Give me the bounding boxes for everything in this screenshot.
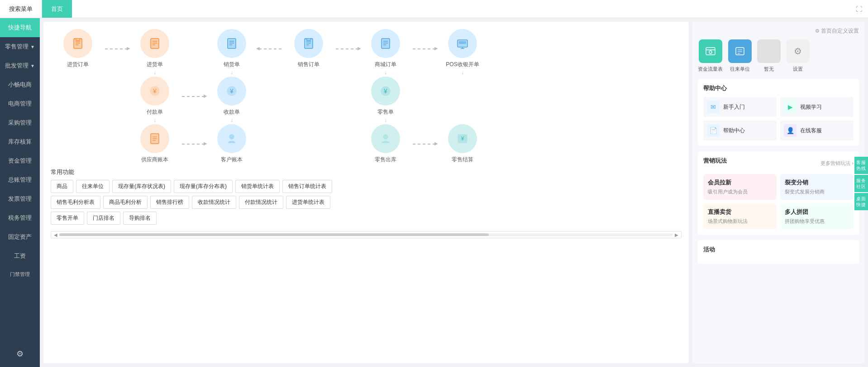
horizontal-scrollbar[interactable]: ◀ ▶ [51, 231, 682, 238]
scroll-track[interactable] [59, 233, 673, 236]
float-btn-hotline[interactable]: 客服热线 [854, 157, 868, 174]
help-doc-icon: 📄 [707, 124, 720, 137]
beginner-icon: ✉ [707, 101, 720, 113]
home-tab[interactable]: 首页 [42, 0, 72, 18]
flow-node-purchase-order[interactable]: 进货订单 [51, 29, 105, 68]
pos-icon [448, 29, 477, 58]
func-btn-receipt-stats[interactable]: 收款情况统计 [192, 196, 236, 209]
scroll-thumb[interactable] [59, 233, 489, 236]
func-btn-contacts[interactable]: 往来单位 [76, 180, 110, 193]
func-btn-guide-rank[interactable]: 导购排名 [123, 212, 157, 225]
down-arrow: ↓ [435, 69, 490, 76]
sidebar-item-label: 电商管理 [8, 100, 32, 108]
flow-node-mall-order[interactable]: 商城订单 [358, 29, 413, 68]
func-btn-retail-order[interactable]: 零售开单 [51, 212, 84, 225]
home-customize-link[interactable]: ⚙ 首页自定义设置 [698, 27, 859, 35]
func-btn-inventory-status[interactable]: 现存量(库存状况表) [112, 180, 171, 193]
sidebar-item-retail[interactable]: 零售管理 ▼ [0, 37, 40, 56]
help-item-video[interactable]: ▶ 视频学习 [780, 97, 854, 117]
float-btn-desktop[interactable]: 桌面快捷 [854, 193, 868, 210]
flow-node-sales[interactable]: 销货单 [205, 29, 259, 68]
arrow-connector: ▶ [413, 48, 435, 49]
sidebar-item-label: 资金管理 [8, 157, 32, 165]
func-btn-product-profit[interactable]: 商品毛利分析 [103, 196, 148, 209]
func-btn-sales-stats[interactable]: 销货单统计表 [235, 180, 280, 193]
sidebar-item-finance[interactable]: 资金管理 [0, 151, 40, 170]
spacer [336, 69, 358, 76]
settings-gear-icon[interactable]: ⚙ [0, 345, 40, 362]
sidebar-item-label: 固定资产 [8, 233, 32, 241]
svg-rect-5 [151, 39, 159, 48]
help-item-help-center[interactable]: 📄 帮助中心 [703, 121, 777, 140]
func-btn-product[interactable]: 商品 [51, 180, 73, 193]
customer-ledger-icon [217, 124, 246, 153]
spacer [105, 117, 128, 123]
vertical-arrows-row-2: ↓ ↓ ↓ [51, 117, 682, 123]
spacer [51, 69, 105, 76]
func-btn-payment-stats[interactable]: 付款情况统计 [239, 196, 283, 209]
func-btn-inventory-dist[interactable]: 现存量(库存分布表) [174, 180, 233, 193]
sidebar-item-assets[interactable]: 固定资产 [0, 227, 40, 246]
arrow-connector: ▶ [336, 48, 358, 49]
quick-icon-cashflow[interactable]: 资金流量表 [698, 39, 723, 72]
spacer [105, 69, 128, 76]
marketing-item-title: 直播卖货 [708, 208, 772, 216]
flow-node-purchase[interactable]: 进货单 [128, 29, 182, 68]
search-menu-button[interactable]: 搜索菜单 [0, 0, 42, 18]
flow-row-1: 进货订单 ▶ 进货单 [51, 29, 682, 68]
svg-text:¥: ¥ [229, 87, 234, 95]
sidebar-item-ecommerce-small[interactable]: 小畅电商 [0, 75, 40, 94]
func-btn-sales-rank[interactable]: 销售排行榜 [150, 196, 189, 209]
marketing-more-link[interactable]: 更多营销玩法 › [820, 160, 854, 167]
online-service-icon: 👤 [784, 124, 796, 137]
marketing-item-fission[interactable]: 裂变分销 裂变式发展分销商 [780, 174, 854, 200]
flow-node-retail-settlement[interactable]: ¥ 零售结算 [435, 124, 490, 164]
flow-node-retail-outbound[interactable]: 零售出库 [358, 124, 413, 164]
quick-icon-settings[interactable]: ⚙ 设置 [786, 39, 810, 72]
marketing-item-livestream[interactable]: 直播卖货 场景式购物新玩法 [703, 203, 777, 229]
marketing-item-desc: 吸引用户成为会员 [708, 188, 772, 195]
float-buttons: 客服热线 服务社区 桌面快捷 [854, 157, 868, 210]
sidebar-item-invoice[interactable]: 发票管理 [0, 189, 40, 208]
sidebar-item-quicknav[interactable]: 快捷导航 [0, 18, 40, 37]
sidebar-item-access[interactable]: 门禁管理 [0, 266, 40, 283]
sidebar-item-label: 快捷导航 [8, 24, 32, 32]
sidebar-item-tax[interactable]: 税务管理 [0, 208, 40, 227]
node-label: POS收银开单 [446, 61, 479, 68]
sidebar-item-ledger[interactable]: 总账管理 [0, 170, 40, 189]
sidebar: 快捷导航 零售管理 ▼ 批发管理 ▼ 小畅电商 电商管理 采购管理 库存核算 资… [0, 18, 40, 367]
quick-icon-empty[interactable]: 暂无 [757, 39, 781, 72]
func-btn-purchase-stats[interactable]: 进货单统计表 [286, 196, 330, 209]
flow-node-supplier-ledger[interactable]: 供应商账本 [128, 124, 182, 164]
flow-node-retail-order[interactable]: ¥ 零售单 [358, 77, 413, 116]
right-panel: ⚙ 首页自定义设置 资金流量表 往来单位 [692, 22, 864, 363]
node-label: 零售出库 [375, 156, 396, 164]
scroll-left-arrow[interactable]: ◀ [52, 232, 59, 237]
sidebar-bottom: ⚙ [0, 341, 40, 367]
func-btn-sales-profit[interactable]: 销售毛利分析表 [51, 196, 100, 209]
scroll-right-arrow[interactable]: ▶ [673, 232, 680, 237]
func-btn-store-rank[interactable]: 门店排名 [87, 212, 120, 225]
func-btn-sales-order-stats[interactable]: 销售订单统计表 [282, 180, 332, 193]
node-label: 销售订单 [298, 61, 320, 68]
help-item-online-service[interactable]: 👤 在线客服 [780, 121, 854, 140]
sidebar-item-inventory[interactable]: 库存核算 [0, 132, 40, 151]
svg-point-46 [709, 51, 712, 53]
func-buttons-row3: 零售开单 门店排名 导购排名 [51, 212, 682, 225]
sidebar-item-label: 工资 [14, 252, 26, 260]
sidebar-item-purchase[interactable]: 采购管理 [0, 113, 40, 132]
sidebar-item-salary[interactable]: 工资 [0, 246, 40, 266]
quick-icon-contacts[interactable]: 往来单位 [728, 39, 752, 72]
sidebar-item-wholesale[interactable]: 批发管理 ▼ [0, 56, 40, 75]
fullscreen-icon[interactable]: ⛶ [854, 5, 863, 14]
marketing-item-group[interactable]: 多人拼团 拼团购物享受优惠 [780, 203, 854, 229]
flow-node-customer-ledger[interactable]: 客户账本 [205, 124, 259, 164]
marketing-item-member[interactable]: 会员拉新 吸引用户成为会员 [703, 174, 777, 200]
float-btn-community[interactable]: 服务社区 [854, 175, 868, 192]
sidebar-item-ecommerce-mgmt[interactable]: 电商管理 [0, 94, 40, 113]
help-item-beginner[interactable]: ✉ 新手入门 [703, 97, 777, 117]
flow-node-payment[interactable]: ¥ 付款单 [128, 77, 182, 116]
flow-node-pos[interactable]: POS收银开单 [435, 29, 490, 68]
flow-node-receipt[interactable]: ¥ 收款单 [205, 77, 259, 116]
flow-node-sales-order[interactable]: 销售订单 [281, 29, 336, 68]
